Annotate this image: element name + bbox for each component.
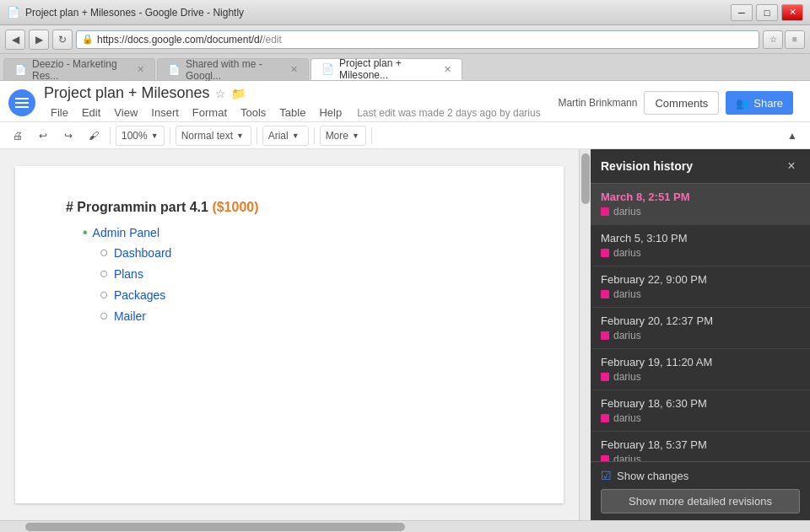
more-dropdown[interactable]: More ▼	[320, 126, 366, 146]
sub-bullet-2: ○	[100, 265, 109, 282]
sub-item-plans-label: Plans	[114, 267, 143, 281]
revision-date-3: February 20, 12:37 PM	[601, 314, 800, 327]
toolbar-divider-4	[314, 127, 315, 144]
undo-button[interactable]: ↩	[32, 125, 54, 147]
back-button[interactable]: ◀	[5, 30, 25, 50]
revision-panel: Revision history × March 8, 2:51 PM dari…	[591, 149, 810, 520]
font-chevron-icon: ▼	[292, 132, 300, 140]
menu-view[interactable]: View	[107, 104, 144, 121]
sub-item-dashboard-label: Dashboard	[114, 246, 172, 260]
revision-item-1[interactable]: March 5, 3:10 PM darius	[591, 225, 810, 266]
print-button[interactable]: 🖨	[7, 125, 29, 147]
tab-favicon-3: 📄	[321, 63, 334, 75]
header-actions: Martin Brinkmann Comments 👥 Share	[558, 91, 793, 115]
zoom-dropdown[interactable]: 100% ▼	[116, 126, 165, 146]
last-edit-text: Last edit was made 2 days ago by darius	[357, 107, 540, 119]
menu-edit[interactable]: Edit	[75, 104, 107, 121]
forward-button[interactable]: ▶	[29, 30, 49, 50]
close-button[interactable]: ✕	[781, 4, 803, 21]
collapse-button[interactable]: ▲	[781, 125, 803, 147]
folder-icon[interactable]: 📁	[231, 87, 246, 100]
url-text: https://docs.google.com/document/d//edit	[97, 34, 282, 46]
scrollbar-thumb[interactable]	[581, 153, 590, 204]
revision-item-3[interactable]: February 20, 12:37 PM darius	[591, 308, 810, 349]
revision-date-2: February 22, 9:00 PM	[601, 273, 800, 286]
url-bar[interactable]: 🔒 https://docs.google.com/document/d//ed…	[76, 30, 759, 49]
style-chevron-icon: ▼	[236, 132, 244, 140]
heading-text: # Programmin part 4.1	[66, 200, 212, 214]
revision-close-button[interactable]: ×	[783, 158, 800, 175]
revision-user-4: darius	[601, 371, 800, 383]
tab-favicon-2: 📄	[168, 64, 181, 76]
sub-bullet-1: ○	[100, 244, 109, 261]
user-dot-2	[601, 290, 609, 298]
address-bar: ◀ ▶ ↻ 🔒 https://docs.google.com/document…	[0, 25, 810, 54]
tab-label-2: Shared with me - Googl...	[186, 58, 282, 82]
tab-close-2[interactable]: ✕	[290, 64, 298, 75]
heading-price: ($1000)	[212, 200, 258, 214]
revision-username-5: darius	[613, 412, 641, 424]
maximize-button[interactable]: □	[756, 4, 778, 21]
menu-table[interactable]: Table	[273, 104, 312, 121]
toolbar-divider-5	[371, 127, 372, 144]
window-controls: ─ □ ✕	[731, 4, 803, 21]
revision-username-4: darius	[613, 371, 641, 383]
menu-format[interactable]: Format	[186, 104, 234, 121]
zoom-value: 100%	[122, 130, 148, 142]
share-label: Share	[753, 97, 783, 110]
window-titlebar: 📄 Project plan + Milesones - Google Driv…	[0, 0, 810, 25]
revision-item-0[interactable]: March 8, 2:51 PM darius	[591, 184, 810, 225]
list-item-admin-label: Admin Panel	[93, 226, 159, 239]
horizontal-scrollbar[interactable]	[0, 520, 810, 532]
revision-item-6[interactable]: February 18, 5:37 PM darius	[591, 432, 810, 461]
revision-user-2: darius	[601, 288, 800, 300]
show-detailed-button[interactable]: Show more detailed revisions	[601, 489, 800, 513]
toolbar-divider-1	[110, 127, 111, 144]
checkbox-icon[interactable]: ☑	[601, 469, 612, 482]
tab-deezio[interactable]: 📄 Deezio - Marketing Res... ✕	[3, 58, 155, 80]
sub-item-dashboard: ○ Dashboard	[100, 244, 513, 261]
comments-button[interactable]: Comments	[644, 91, 719, 115]
revision-item-2[interactable]: February 22, 9:00 PM darius	[591, 266, 810, 308]
revision-item-5[interactable]: February 18, 6:30 PM darius	[591, 390, 810, 432]
menu-tools[interactable]: Tools	[234, 104, 273, 121]
font-dropdown[interactable]: Arial ▼	[262, 126, 309, 146]
vertical-scrollbar[interactable]	[579, 149, 591, 520]
menu-file[interactable]: File	[44, 104, 75, 121]
tab-close-3[interactable]: ✕	[444, 64, 451, 75]
list-item-admin: • Admin Panel	[83, 225, 513, 240]
document-page: # Programmin part 4.1 ($1000) • Admin Pa…	[15, 166, 564, 503]
paint-format-button[interactable]: 🖌	[83, 125, 105, 147]
menu-insert[interactable]: Insert	[144, 104, 186, 121]
revision-user-3: darius	[601, 330, 800, 341]
doc-title[interactable]: Project plan + Milesones	[44, 84, 210, 102]
minimize-button[interactable]: ─	[731, 4, 753, 21]
lock-icon: 🔒	[82, 34, 94, 45]
more-value: More	[326, 130, 348, 142]
user-dot-6	[601, 455, 609, 461]
font-value: Arial	[268, 130, 289, 142]
bullet-icon: •	[83, 225, 88, 240]
menu-help[interactable]: Help	[312, 104, 348, 121]
bookmark-icon[interactable]: ☆	[763, 30, 783, 49]
revision-item-4[interactable]: February 19, 11:20 AM darius	[591, 349, 810, 390]
style-dropdown[interactable]: Normal text ▼	[176, 126, 251, 146]
hamburger-menu[interactable]	[8, 89, 35, 116]
tab-close-1[interactable]: ✕	[137, 64, 144, 75]
share-button[interactable]: 👥 Share	[726, 91, 793, 115]
sub-item-packages: ○ Packages	[100, 286, 513, 304]
refresh-button[interactable]: ↻	[52, 30, 73, 50]
star-icon[interactable]: ☆	[215, 87, 226, 100]
menu-icon[interactable]: ≡	[785, 30, 805, 49]
h-scrollbar-thumb[interactable]	[25, 523, 405, 531]
revision-list[interactable]: March 8, 2:51 PM darius March 5, 3:10 PM…	[591, 184, 810, 461]
tab-project[interactable]: 📄 Project plan + Milesone... ✕	[310, 58, 462, 80]
revision-user-0: darius	[601, 206, 800, 218]
tab-shared[interactable]: 📄 Shared with me - Googl... ✕	[157, 58, 309, 80]
window-favicon: 📄	[7, 6, 20, 19]
redo-button[interactable]: ↪	[57, 125, 79, 147]
more-chevron-icon: ▼	[352, 132, 359, 140]
document-area[interactable]: # Programmin part 4.1 ($1000) • Admin Pa…	[0, 149, 579, 520]
revision-user-1: darius	[601, 247, 800, 259]
sub-item-mailer-label: Mailer	[114, 309, 146, 323]
